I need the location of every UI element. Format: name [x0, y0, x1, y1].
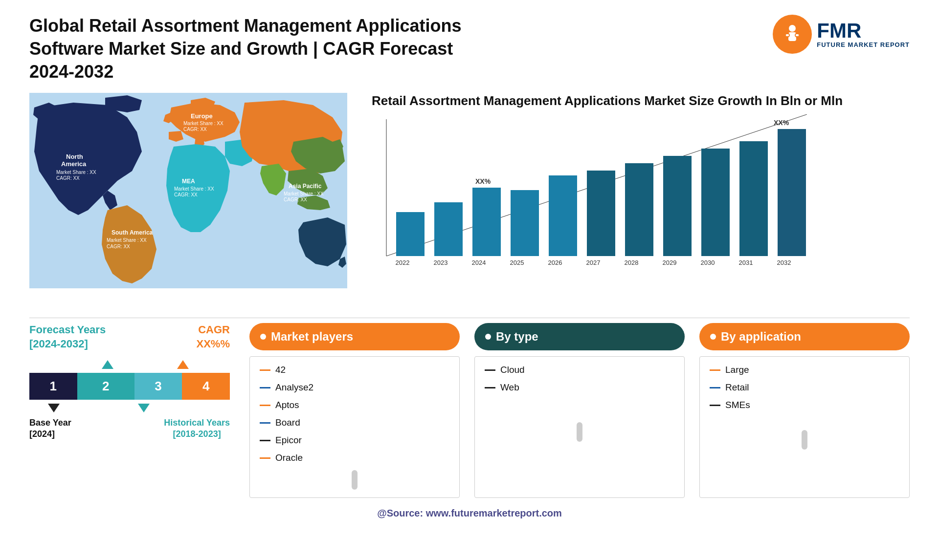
source-text: @Source: www.futuremarketreport.com [377, 508, 562, 518]
market-players-body: 42 Analyse2 Aptos Board [249, 356, 460, 498]
logo-subtitle: FUTURE MARKET REPORT [817, 41, 910, 48]
market-player-item-4: Board [260, 417, 449, 428]
logo-area: FMR FUTURE MARKET REPORT [773, 15, 910, 54]
page-title: Global Retail Assortment Management Appl… [29, 15, 470, 83]
market-players-panel: Market players 42 Analyse2 Aptos [249, 323, 460, 498]
type-1-name: Cloud [500, 365, 525, 375]
svg-text:2029: 2029 [663, 259, 677, 266]
by-application-panel: By application Large Retail SMEs [699, 323, 910, 498]
svg-text:CAGR: XX: CAGR: XX [284, 197, 307, 202]
dash-2 [260, 387, 270, 388]
annotation-top: XX% [774, 119, 789, 127]
timeline-seg-4: 4 [182, 373, 230, 400]
market-player-item-2: Analyse2 [260, 382, 449, 393]
svg-rect-2 [788, 32, 796, 41]
svg-text:CAGR: XX: CAGR: XX [107, 244, 130, 249]
forecast-arrow-up [102, 360, 113, 369]
type-item-1: Cloud [485, 365, 674, 375]
dash-6 [260, 457, 270, 459]
na-label2: America [61, 160, 87, 168]
bar-2029 [663, 156, 692, 256]
bar-2026 [549, 175, 577, 256]
svg-text:Market Share : XX: Market Share : XX [56, 170, 96, 175]
player-3-name: Aptos [275, 400, 299, 410]
chart-area: Retail Assortment Management Application… [362, 93, 910, 308]
market-player-item-5: Epicor [260, 435, 449, 446]
logo-fmr-text: FMR [817, 21, 861, 41]
logo-text: FMR FUTURE MARKET REPORT [817, 21, 910, 48]
player-1-name: 42 [275, 365, 286, 375]
market-player-item-1: 42 [260, 365, 449, 375]
svg-text:2025: 2025 [510, 259, 524, 266]
player-4-name: Board [275, 417, 300, 428]
bar-chart-svg: XX% XX% [372, 114, 812, 280]
app-3-name: SMEs [725, 400, 750, 410]
by-type-title: By type [496, 330, 538, 344]
bar-2022 [396, 212, 425, 256]
footer: @Source: www.futuremarketreport.com [29, 508, 910, 519]
page-container: Global Retail Assortment Management Appl… [0, 0, 939, 560]
type-2-name: Web [500, 382, 519, 393]
dash-1 [260, 369, 270, 371]
svg-text:Market Share : XX: Market Share : XX [107, 237, 147, 243]
player-5-name: Epicor [275, 435, 302, 446]
scrollbar-indicator-2 [577, 422, 582, 442]
bar-2027 [587, 171, 615, 256]
bar-2023 [434, 202, 463, 256]
forecast-years-label: Forecast Years[2024-2032] [29, 323, 106, 351]
svg-text:2023: 2023 [434, 259, 448, 266]
timeline-bar: 1 2 3 4 [29, 373, 230, 400]
player-6-name: Oracle [275, 452, 303, 463]
mea-label: MEA [182, 178, 195, 185]
cards-area: Market players 42 Analyse2 Aptos [249, 323, 910, 498]
cagr-arrow-up [177, 360, 189, 369]
app-item-2: Retail [710, 382, 899, 393]
by-type-body: Cloud Web [474, 356, 685, 498]
logo-icon [773, 15, 812, 54]
app-dash-1 [710, 369, 720, 371]
svg-point-1 [789, 25, 796, 32]
forecast-area: Forecast Years[2024-2032] CAGRXX%% 1 2 3 [29, 323, 249, 440]
bar-2030 [701, 149, 730, 256]
type-item-2: Web [485, 382, 674, 393]
app-dash-2 [710, 387, 720, 388]
cagr-label: CAGRXX%% [197, 323, 230, 351]
by-application-body: Large Retail SMEs [699, 356, 910, 498]
section-divider [29, 318, 910, 318]
timeline-seg-1: 1 [29, 373, 77, 400]
svg-text:Market Share : XX: Market Share : XX [183, 121, 224, 126]
annotation-xx-pct: XX% [475, 177, 491, 185]
main-content: North America Market Share : XX CAGR: XX… [29, 93, 910, 308]
market-players-header: Market players [249, 323, 460, 350]
type-dash-1 [485, 369, 495, 371]
by-application-title: By application [721, 330, 801, 344]
svg-text:2032: 2032 [777, 259, 791, 266]
base-year-label: Base Year[2024] [29, 417, 71, 440]
bottom-section: Forecast Years[2024-2032] CAGRXX%% 1 2 3 [29, 323, 910, 498]
svg-text:CAGR: XX: CAGR: XX [56, 175, 80, 181]
market-player-item-3: Aptos [260, 400, 449, 410]
market-players-dot [260, 334, 266, 340]
ap-label: Asia Pacific [289, 183, 322, 190]
app-dash-3 [710, 405, 720, 406]
player-2-name: Analyse2 [275, 382, 313, 393]
by-application-header: By application [699, 323, 910, 350]
by-application-dot [710, 334, 716, 340]
bar-2032 [778, 129, 806, 256]
base-year-arrow-down [48, 404, 60, 412]
sa-label: South America [112, 229, 153, 236]
svg-text:2028: 2028 [625, 259, 639, 266]
by-type-header: By type [474, 323, 685, 350]
app-item-3: SMEs [710, 400, 899, 410]
svg-text:2024: 2024 [472, 259, 486, 266]
app-1-name: Large [725, 365, 749, 375]
type-dash-2 [485, 387, 495, 388]
timeline-seg-3: 3 [134, 373, 182, 400]
svg-text:2026: 2026 [548, 259, 562, 266]
app-item-1: Large [710, 365, 899, 375]
scrollbar-indicator [352, 470, 358, 490]
svg-text:CAGR: XX: CAGR: XX [183, 127, 207, 132]
historical-arrow-down [138, 404, 150, 412]
dash-3 [260, 405, 270, 406]
header: Global Retail Assortment Management Appl… [29, 15, 910, 83]
